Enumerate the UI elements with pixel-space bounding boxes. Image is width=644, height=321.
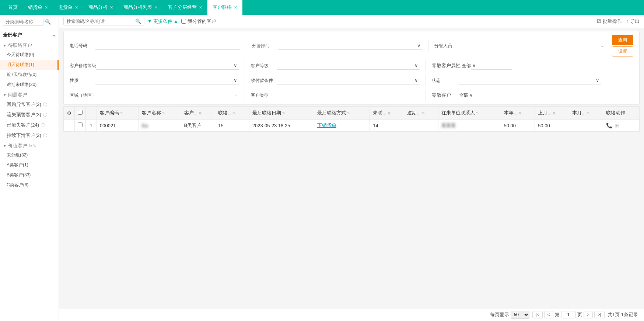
th-gear[interactable]: ⚙ [64,107,75,120]
th-last-contact-date[interactable]: 最后联络日期 ⇅ [249,107,314,120]
close-sales-icon[interactable]: ✕ [45,5,48,10]
divider-7 [245,90,245,101]
last-page-button[interactable]: >| [594,311,605,318]
th-this-month[interactable]: 本月... ⇅ [569,107,603,120]
nav-customer-tier[interactable]: 客户分层经营 ✕ [163,0,207,15]
my-customers-checkbox-wrap[interactable]: 我分管的客户 [181,18,216,25]
sidebar-item-week7[interactable]: 近7天待联络(0) [0,70,59,80]
nav-customer-contact[interactable]: 客户联络 ✕ [207,0,242,15]
filter-region-dots[interactable]: ··· [235,93,239,98]
filter-price-level-select[interactable]: ∨ [96,62,239,70]
search-input[interactable] [67,19,135,24]
filter-manager-dots[interactable]: ··· [601,43,605,49]
filter-customer-level-select[interactable]: ∨ [277,62,420,70]
search-icon[interactable]: 🔍 [135,18,141,24]
sidebar-item-repeat-abnormal[interactable]: 回购异常客户(2) ⓘ [0,99,59,110]
close-purchase-icon[interactable]: ✕ [75,5,78,10]
sidebar-item-tomorrow[interactable]: 明天待联络(1) [0,60,59,70]
sort-icon-contactperson: ⇅ [476,111,479,115]
filter-panel: 电话号码 分管部门 ∨ 分管人员 ··· [63,31,640,105]
th-last-contact-method[interactable]: 最后联络方式 ⇅ [314,107,370,120]
sidebar-item-ungrouped[interactable]: 未分组(32) [0,150,59,160]
filter-status-select[interactable]: ∨ [458,76,601,84]
nav-sales[interactable]: 销货单 ✕ [23,0,53,15]
page-size-select[interactable]: 50 100 [511,311,529,319]
sort-icon-thismonth: ⇅ [587,111,590,115]
th-checkbox [75,107,86,120]
retail-attr-value: 全部 [462,63,471,69]
more-filters-button[interactable]: ▼ 更多条件 ▲ [147,18,178,25]
sidebar-item-lost[interactable]: 已流失客户(24) ⓘ [0,120,59,130]
sort-icon-contact: ⇅ [233,111,236,115]
td-name: Ea [139,120,181,132]
filter-retail-select[interactable]: ∨ [468,91,510,99]
sidebar-item-today[interactable]: 今天待联络(0) [0,50,59,60]
total-records: 共1页 1条记录 [608,311,638,318]
prev-page-button[interactable]: < [544,311,553,318]
info-icon-2: ⓘ [43,113,47,117]
sidebar-item-overdue[interactable]: 逾期未联络(30) [0,80,59,90]
nav-purchase[interactable]: 进货单 ✕ [53,0,83,15]
close-product-analysis-icon[interactable]: ✕ [110,5,113,10]
reset-button[interactable]: 设置 [612,46,633,56]
edit-icon[interactable]: ✎ [33,144,36,148]
select-all-checkbox[interactable] [78,110,83,115]
filter-manager: 分管人员 ··· [434,43,605,49]
filter-dept-select[interactable]: ∨ [278,42,422,50]
my-customers-checkbox[interactable] [181,19,186,24]
phone-action-icon[interactable]: 📞 [606,122,612,128]
td-last-contact-method: 下销货单 [314,120,370,132]
query-button[interactable]: 查询 [612,35,633,45]
collapse-icon[interactable]: « [53,32,56,38]
th-name[interactable]: 客户名称 ⇅ [139,107,181,120]
row-checkbox[interactable] [78,122,83,127]
first-page-button[interactable]: |< [532,311,543,318]
filter-retail-attr: 零散客户属性 全部 ∨ [432,62,601,70]
th-contact-person[interactable]: 往来单位联系人 ⇅ [438,107,501,120]
filter-manager-label: 分管人员 [434,43,460,49]
sidebar-item-class-c[interactable]: C类客户(6) [0,180,59,190]
export-button[interactable]: ↑ 导出 [626,18,640,25]
page-size-control: 每页显示 50 100 [490,311,529,319]
nav-product-analysis-list[interactable]: 商品分析列表 ✕ [118,0,163,15]
last-contact-link[interactable]: 下销货单 [317,122,336,128]
arrow-problem: ▼ [3,93,7,97]
th-contact[interactable]: 联络... ⇅ [215,107,249,120]
td-not-contacted: 14 [370,120,404,132]
filter-phone: 电话号码 [70,42,240,50]
th-this-year[interactable]: 本年... ⇅ [501,107,535,120]
th-overdue[interactable]: 逾期... ⇅ [404,107,438,120]
nav-home[interactable]: 首页 [3,0,23,15]
nav-product-analysis[interactable]: 商品分析 ✕ [83,0,118,15]
refresh-icon[interactable]: ↻ [29,144,32,148]
filter-retail-attr-select[interactable]: ∨ [471,62,512,70]
filter-nature-select[interactable]: ∨ [95,76,239,84]
close-customer-tier-icon[interactable]: ✕ [199,5,202,10]
table-row: 1 000021 Ea B类客户 15 2023-05-23 18:25: 下销… [64,120,640,132]
sidebar-all-customers-header: 全部客户 « [0,29,59,40]
sidebar-item-class-b[interactable]: B类客户(33) [0,170,59,180]
close-product-analysis-list-icon[interactable]: ✕ [154,5,158,10]
th-not-contacted[interactable]: 未联... ⇅ [370,107,404,120]
sidebar-search-input[interactable] [3,18,43,26]
td-last-contact-date: 2023-05-23 18:25: [249,120,314,132]
divider-5 [245,75,245,86]
sidebar-search-icon[interactable]: 🔍 [45,19,51,25]
th-type[interactable]: 客户... ⇅ [181,107,215,120]
sidebar-item-continuous-down[interactable]: 持续下滑客户(2) ⓘ [0,130,59,141]
chevron-down-icon-price: ∨ [234,63,237,68]
filter-price-level-label: 客户价格等级 [70,63,96,69]
grid-action-icon[interactable]: ⊞ [615,122,619,128]
sort-icon-code: ⇅ [120,111,123,115]
th-code[interactable]: 客户编码 ⇅ [97,107,139,120]
page-input[interactable] [561,311,576,318]
sidebar-item-class-a[interactable]: A类客户(1) [0,160,59,170]
close-customer-contact-icon[interactable]: ✕ [234,5,237,10]
sort-icon-notcontact: ⇅ [388,111,391,115]
filter-phone-input[interactable] [95,42,240,50]
sidebar-item-lost-warning[interactable]: 流失预警客户(3) ⓘ [0,110,59,120]
filter-payment-select[interactable]: ∨ [277,76,420,84]
th-last-month[interactable]: 上月... ⇅ [535,107,569,120]
batch-op-button[interactable]: ☑ 批量操作 [597,18,622,25]
next-page-button[interactable]: > [584,311,593,318]
